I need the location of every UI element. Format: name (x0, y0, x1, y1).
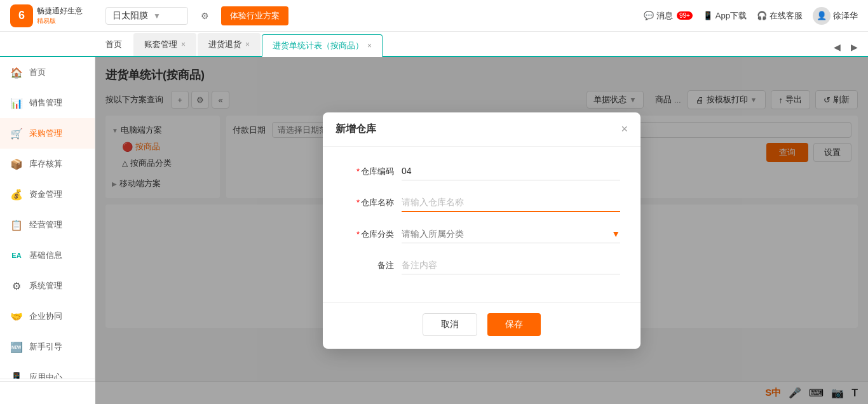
warehouse-code-input[interactable] (402, 162, 620, 180)
modal-close-button[interactable]: × (621, 123, 628, 136)
sidebar: 🏠 首页 📊 销售管理 🛒 采购管理 📦 库存核算 💰 资金管理 📋 经营管理 … (0, 57, 95, 404)
headphone-icon: 🎧 (757, 11, 767, 20)
logo-icon: 6 (10, 4, 33, 27)
inventory-icon: 📦 (10, 158, 23, 170)
purchase-return-tab-close[interactable]: × (245, 40, 250, 49)
warehouse-category-row: *仓库分类 ▼ (343, 225, 620, 243)
settings-button[interactable]: ⚙ (194, 6, 215, 26)
purchase-stats-tab-label: 进货单统计表（按商品） (273, 40, 363, 51)
warehouse-code-row: *仓库编码 (343, 162, 620, 180)
guide-icon: 🆕 (10, 340, 23, 353)
required-star-1: * (356, 166, 360, 176)
sales-icon: 📊 (10, 97, 23, 109)
sidebar-operations-label: 经营管理 (29, 219, 62, 231)
tab-bar-controls: ◀ ▶ (830, 41, 868, 56)
purchase-icon: 🛒 (10, 127, 23, 140)
sidebar-item-purchase[interactable]: 🛒 采购管理 (0, 118, 95, 149)
sidebar-item-finance[interactable]: 💰 资金管理 (0, 179, 95, 210)
modal-title: 新增仓库 (336, 123, 376, 136)
modal-footer: 取消 保存 (323, 302, 641, 349)
app-download-label: App下载 (715, 10, 747, 22)
online-service-label: 在线客服 (770, 10, 803, 22)
tab-purchase-return[interactable]: 进货退货 × (198, 33, 261, 56)
avatar: 👤 (813, 7, 831, 25)
sidebar-inventory-label: 库存核算 (29, 158, 62, 170)
warehouse-name-row: *仓库名称 (343, 193, 620, 212)
required-star-3: * (356, 229, 360, 239)
gear-icon: ⚙ (201, 11, 209, 21)
logo-tagline: 畅捷通好生意 (37, 6, 83, 17)
new-warehouse-modal: 新增仓库 × *仓库编码 *仓库名称 (323, 112, 641, 349)
operations-icon: 📋 (10, 219, 23, 231)
sidebar-purchase-label: 采购管理 (29, 128, 62, 139)
sidebar-finance-label: 资金管理 (29, 189, 62, 200)
sidebar-item-enterprise[interactable]: 🤝 企业协同 (0, 301, 95, 332)
warehouse-category-input[interactable] (402, 229, 611, 239)
message-icon: 💬 (644, 11, 654, 20)
modal-body: *仓库编码 *仓库名称 *仓库分类 (323, 147, 641, 302)
required-star-2: * (356, 198, 360, 207)
tab-prev-button[interactable]: ◀ (830, 41, 844, 53)
content-area: 进货单统计(按商品) 按以下方案查询 + ⚙ « 单据状态 ▼ 商品 ... (95, 57, 868, 404)
sidebar-item-system[interactable]: ⚙ 系统管理 (0, 271, 95, 301)
phone-icon: 📱 (703, 11, 713, 20)
home-icon: 🏠 (10, 66, 23, 79)
app-download-button[interactable]: 📱 App下载 (703, 10, 747, 22)
header-right: 💬 消息 99+ 📱 App下载 🎧 在线客服 👤 徐泽华 (644, 7, 858, 25)
warehouse-code-label: *仓库编码 (343, 166, 394, 177)
tab-home[interactable]: 首页 (95, 33, 132, 56)
warehouse-name-input[interactable] (402, 193, 620, 212)
warehouse-category-select[interactable]: ▼ (402, 225, 620, 243)
account-tab-label: 账套管理 (144, 39, 177, 50)
system-icon: ⚙ (10, 279, 23, 292)
sidebar-item-operations[interactable]: 📋 经营管理 (0, 210, 95, 240)
store-selector[interactable]: 日太阳膜 ▼ (105, 7, 188, 25)
purchase-return-tab-label: 进货退货 (208, 39, 241, 50)
main-layout: 🏠 首页 📊 销售管理 🛒 采购管理 📦 库存核算 💰 资金管理 📋 经营管理 … (0, 57, 868, 404)
sidebar-system-label: 系统管理 (29, 280, 62, 292)
logo-area: 6 畅捷通好生意 精易版 (10, 4, 105, 27)
sidebar-item-sales[interactable]: 📊 销售管理 (0, 88, 95, 118)
tab-bar: 首页 账套管理 × 进货退货 × 进货单统计表（按商品） × ◀ ▶ (0, 32, 868, 57)
warehouse-category-label: *仓库分类 (343, 229, 394, 240)
logo-text: 畅捷通好生意 精易版 (37, 6, 83, 25)
finance-icon: 💰 (10, 188, 23, 201)
message-label: 消息 (656, 10, 673, 22)
sidebar-item-home[interactable]: 🏠 首页 (0, 57, 95, 88)
trial-button[interactable]: 体验行业方案 (221, 6, 288, 25)
tab-next-button[interactable]: ▶ (847, 41, 862, 53)
store-dropdown-arrow: ▼ (153, 11, 161, 20)
category-dropdown-arrow: ▼ (611, 229, 620, 239)
user-profile-button[interactable]: 👤 徐泽华 (813, 7, 858, 25)
sidebar-basic-info-label: 基础信息 (29, 250, 62, 261)
home-tab-label: 首页 (105, 39, 122, 50)
top-header: 6 畅捷通好生意 精易版 日太阳膜 ▼ ⚙ 体验行业方案 💬 消息 99+ 📱 … (0, 0, 868, 32)
account-tab-close[interactable]: × (181, 40, 186, 49)
basic-info-icon: EA (10, 249, 23, 262)
modal-header: 新增仓库 × (323, 112, 641, 147)
sidebar-enterprise-label: 企业协同 (29, 311, 62, 322)
remark-row: 备注 (343, 256, 620, 274)
remark-input[interactable] (402, 256, 620, 274)
username-label: 徐泽华 (833, 10, 858, 22)
sidebar-sales-label: 销售管理 (29, 97, 62, 109)
cancel-button[interactable]: 取消 (423, 313, 477, 336)
purchase-stats-tab-close[interactable]: × (367, 41, 372, 50)
sidebar-item-inventory[interactable]: 📦 库存核算 (0, 149, 95, 179)
tab-account[interactable]: 账套管理 × (133, 33, 196, 56)
logo-edition: 精易版 (37, 17, 83, 25)
sidebar-guide-label: 新手引导 (29, 341, 62, 353)
sidebar-item-basic-info[interactable]: EA 基础信息 (0, 240, 95, 271)
message-button[interactable]: 💬 消息 99+ (644, 10, 693, 22)
sidebar-item-guide[interactable]: 🆕 新手引导 (0, 332, 95, 362)
message-badge: 99+ (677, 11, 693, 20)
tab-purchase-stats[interactable]: 进货单统计表（按商品） × (262, 34, 383, 57)
online-service-button[interactable]: 🎧 在线客服 (757, 10, 803, 22)
save-button[interactable]: 保存 (487, 313, 541, 336)
modal-overlay: 新增仓库 × *仓库编码 *仓库名称 (95, 57, 868, 404)
store-name: 日太阳膜 (112, 10, 148, 22)
enterprise-icon: 🤝 (10, 310, 23, 323)
remark-label: 备注 (343, 260, 394, 271)
sidebar-home-label: 首页 (29, 67, 46, 78)
warehouse-name-label: *仓库名称 (343, 197, 394, 208)
